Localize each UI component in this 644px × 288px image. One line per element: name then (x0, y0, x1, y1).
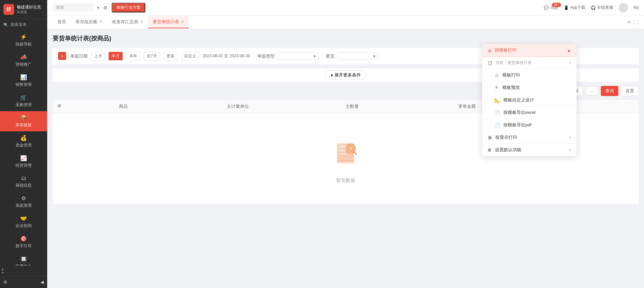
print-dropdown-title: 按模板打印 (495, 47, 517, 53)
expand-label: 展开更多条件 (334, 72, 361, 78)
sidebar-item-apps[interactable]: 🔲 应用中心 (0, 252, 47, 266)
sales-icon: 📊 (20, 74, 27, 81)
sidebar-item-inventory[interactable]: 📦 库存核算 (0, 111, 47, 131)
collab-icon: 🤝 (20, 215, 27, 222)
sidebar-item-label: 经营管理 (16, 163, 32, 168)
more-icon: ··· (590, 89, 594, 94)
sidebar-item-sales[interactable]: 📊 销售管理 (0, 71, 47, 91)
maximize-window-icon[interactable]: ⛶ (634, 20, 639, 25)
query-button[interactable]: 查询 (601, 86, 618, 96)
marketing-icon: 📣 (20, 54, 27, 60)
tab-inventory-batch[interactable]: 库存批次账 ✕ (71, 16, 107, 28)
print-dropdown-chevron-icon[interactable]: ▲ (567, 48, 571, 53)
template-print-item[interactable]: 🖨 模板打印 (482, 69, 577, 82)
username: Rit (634, 5, 639, 10)
date-current-month-btn[interactable]: 本月 (109, 52, 123, 60)
inventory-icon: 📦 (20, 115, 27, 121)
settings-label: 设置 (625, 88, 634, 94)
sidebar-item-label: 新手引导 (16, 243, 32, 249)
default-func-label: 设置默认功能 (495, 147, 521, 153)
operation-icon: 📈 (20, 155, 27, 161)
date-more-btn[interactable]: 更多 (164, 52, 178, 60)
template-pdf-icon: 📄 (494, 122, 500, 128)
col-unit: 主计量单位 (181, 100, 295, 113)
filter-expand-button[interactable]: » (58, 52, 66, 60)
sidebar-item-label: 销售管理 (16, 82, 32, 88)
app-download-label: App下载 (570, 5, 585, 10)
avatar[interactable] (619, 3, 628, 12)
download-icon: 📱 (564, 5, 569, 10)
scroll-down-arrow[interactable]: ▼ (1, 271, 4, 275)
date-last-7days-btn[interactable]: 近7天 (144, 52, 160, 60)
template-design-item[interactable]: 📐 模板自定义设计 (482, 94, 577, 106)
close-receipt-summary-icon[interactable]: ✕ (140, 20, 143, 24)
goods-select[interactable]: ▾ (338, 53, 378, 60)
sidebar-item-collab[interactable]: 🤝 企业协同 (0, 212, 47, 232)
settings-col-icon[interactable]: ⚙ (57, 103, 61, 108)
tab-receipt-summary[interactable]: 收发存汇总表 ✕ (107, 16, 148, 28)
query-label: 查询 (605, 88, 614, 94)
purchase-icon: 🛒 (20, 94, 27, 101)
template-preview-item[interactable]: 👁 模板预览 (482, 82, 577, 94)
online-service-btn[interactable]: 🎧 在线客服 (591, 5, 613, 10)
sidebar-item-label: 快捷导航 (16, 41, 32, 47)
sidebar-item-operation[interactable]: 📈 经营管理 (0, 152, 47, 172)
trial-button[interactable]: 体验行业方案 (112, 3, 145, 12)
notification-btn[interactable]: 💬 消息 99+ (544, 5, 558, 10)
template-preview-label: 模板预览 (502, 85, 520, 91)
system-icon: ⚙ (21, 195, 26, 201)
print-dropdown-menu: 🖨 按模板打印 ▲ 📋 当前：要货单统计表 ▾ 🖨 模板打印 👁 模板预览 📐 … (482, 44, 577, 156)
bill-type-select[interactable]: ▾ (278, 53, 319, 60)
display-print-icon: 🖥 (488, 135, 492, 140)
close-inventory-batch-icon[interactable]: ✕ (99, 20, 103, 24)
date-custom-btn[interactable]: 自定义 (181, 52, 199, 60)
template-design-icon: 📐 (494, 97, 500, 103)
sidebar-item-purchase[interactable]: 🛒 采购管理 (0, 91, 47, 111)
default-func-item[interactable]: ⚙ 设置默认功能 ▾ (482, 144, 577, 156)
bill-type-label: 单据类型 (257, 53, 275, 59)
sidebar-item-marketing[interactable]: 📣 营销推广 (0, 51, 47, 71)
settings-icon[interactable]: ⚙ (3, 280, 7, 285)
date-current-year-btn[interactable]: 本年 (126, 52, 140, 60)
date-prev-month-btn[interactable]: 上月 (91, 52, 105, 60)
header-dropdown[interactable]: ▾ (97, 5, 99, 10)
sidebar-item-basic[interactable]: 🗂 基础信息 (0, 172, 47, 192)
template-pdf-item[interactable]: 📄 按模板导出pdf (482, 119, 577, 131)
sidebar-item-guide[interactable]: 🎯 新手引导 (0, 232, 47, 252)
template-excel-icon: 📄 (494, 110, 500, 115)
collapse-icon[interactable]: ◀ (40, 280, 44, 285)
expand-more-button[interactable]: ▾ 展开更多条件 (325, 70, 367, 80)
template-excel-label: 按模板导出excel (503, 109, 535, 116)
app-download-btn[interactable]: 📱 App下载 (564, 5, 585, 10)
date-filter-label: 单据日期 (70, 53, 88, 59)
close-window-icon[interactable]: ✕ (627, 20, 631, 25)
settings-button[interactable]: 设置 (621, 86, 639, 96)
display-print-label: 按显示打印 (495, 134, 517, 140)
tabs-bar: 首页 库存批次账 ✕ 收发存汇总表 ✕ 要货单统计表 ✕ ✕ ⛶ (47, 15, 644, 29)
tab-requisition-stats[interactable]: 要货单统计表 ✕ (148, 16, 189, 28)
display-print-item[interactable]: 🖥 按显示打印 ▾ (482, 131, 577, 144)
default-func-chevron: ▾ (569, 148, 571, 153)
sidebar-item-system[interactable]: ⚙ 系统管理 (0, 192, 47, 212)
current-label-chevron: ▾ (569, 61, 571, 65)
header-search-box[interactable]: 搜索 (53, 3, 93, 12)
header-gear-icon[interactable]: ⚙ (103, 5, 108, 10)
page-title: 要货单统计表(按商品) (53, 34, 639, 42)
col-qty: 主数量 (295, 100, 410, 113)
empty-text: 暂无数据 (336, 178, 355, 184)
sidebar-item-quick-nav[interactable]: ⚡ 快捷导航 (0, 30, 47, 51)
more-options-button[interactable]: ··· (586, 87, 598, 96)
print-dropdown-header[interactable]: 🖨 按模板打印 ▲ (482, 44, 577, 57)
tab-home[interactable]: 首页 (53, 16, 71, 28)
date-range-display: 2023-06-01 至 2023-06-30 (203, 53, 250, 59)
sidebar-item-label: 营销推广 (16, 62, 32, 67)
sidebar-search[interactable]: 🔍 搜索菜单 (0, 19, 47, 30)
template-excel-item[interactable]: 📄 按模板导出excel (482, 106, 577, 119)
close-requisition-stats-icon[interactable]: ✕ (181, 20, 184, 24)
sidebar-item-finance[interactable]: 💰 资金管理 (0, 131, 47, 152)
sidebar-nav: ⚡ 快捷导航 📣 营销推广 📊 销售管理 🛒 采购管理 📦 库存核算 💰 资金管… (0, 30, 47, 266)
print-dropdown-header-icon: 🖨 (488, 48, 492, 53)
sidebar-scroll: ▲ ▼ (0, 266, 5, 276)
filter-divider-2 (322, 53, 322, 60)
scroll-up-arrow[interactable]: ▲ (1, 267, 4, 271)
